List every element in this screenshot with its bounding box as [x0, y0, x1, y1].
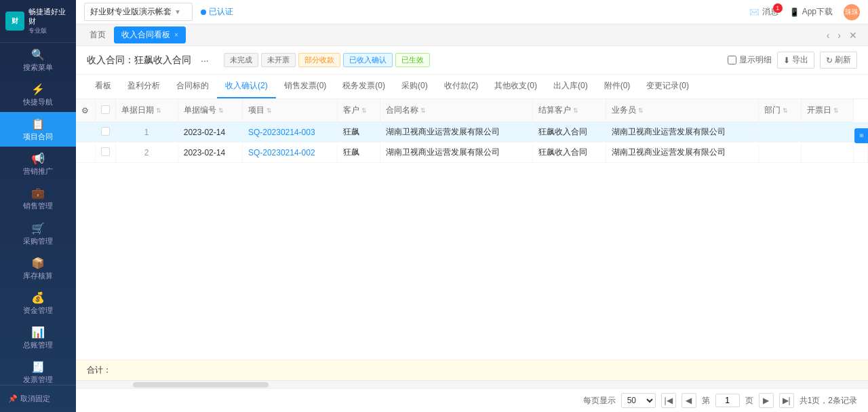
refresh-button[interactable]: ↻ 刷新	[820, 52, 857, 69]
sidebar-item-7[interactable]: 💰资金管理	[0, 286, 76, 320]
app-download-button[interactable]: 📱 App下载	[789, 6, 833, 18]
sidebar-item-9[interactable]: 🧾发票管理	[0, 355, 76, 385]
sort-project-icon[interactable]: ⇅	[267, 107, 272, 114]
settings-icon[interactable]: ⚙	[81, 106, 89, 115]
sidebar-item-6[interactable]: 📦库存核算	[0, 251, 76, 286]
row-customer: 湖南卫视商业运营发展有限公司	[380, 122, 533, 143]
sidebar-item-4[interactable]: 💼销售管理	[0, 181, 76, 216]
tab-prev-button[interactable]: ‹	[824, 29, 833, 42]
sort-number-icon[interactable]: ⇅	[218, 107, 224, 114]
export-button[interactable]: ⬇ 导出	[777, 52, 814, 69]
tab-next-button[interactable]: ›	[835, 29, 844, 42]
sidebar-label-6: 库存核算	[23, 271, 53, 280]
status-btn-3[interactable]: 已收入确认	[343, 53, 393, 67]
page-header: 收入合同：狂飙收入合同 ··· 未完成未开票部分收款已收入确认已生效 显示明细 …	[76, 46, 868, 75]
sort-settle-icon[interactable]: ⇅	[573, 107, 578, 114]
sort-salesman-icon[interactable]: ⇅	[638, 107, 644, 114]
row-invoice-date	[854, 143, 868, 163]
last-page-button[interactable]: ▶|	[779, 393, 794, 408]
sub-tab-0[interactable]: 看板	[87, 75, 119, 98]
status-btn-1[interactable]: 未开票	[261, 53, 296, 67]
sort-date-icon[interactable]: ⇅	[156, 107, 161, 114]
sidebar-label-9: 发票管理	[23, 375, 53, 384]
sidebar-item-3[interactable]: 📢营销推广	[0, 147, 76, 181]
sidebar-icon-8: 📊	[31, 326, 45, 339]
sidebar-item-8[interactable]: 📊总账管理	[0, 320, 76, 355]
prev-page-button[interactable]: ◀	[682, 393, 696, 408]
table-container[interactable]: ⚙ 单据日期 ⇅ 单据编号	[76, 99, 868, 360]
certified-dot	[201, 10, 206, 15]
sub-tab-3[interactable]: 收入确认(2)	[217, 75, 276, 98]
right-float-button[interactable]: ≡	[854, 128, 868, 143]
sidebar-bottom[interactable]: 📌 取消固定	[0, 385, 76, 412]
row-checkbox[interactable]	[95, 143, 115, 163]
sub-tab-6[interactable]: 采购(0)	[393, 75, 436, 98]
unpin-button[interactable]: 📌 取消固定	[5, 391, 71, 407]
sidebar-icon-3: 📢	[31, 152, 45, 165]
sub-tabs: 看板盈利分析合同标的收入确认(2)销售发票(0)税务发票(0)采购(0)收付款(…	[76, 75, 868, 99]
table-row[interactable]: 1 2023-02-14 SQ-20230214-003 狂飙 湖南卫视商业运营…	[76, 122, 868, 143]
tab-contract-board[interactable]: 收入合同看板 ×	[114, 26, 186, 43]
sort-contract-icon[interactable]: ⇅	[420, 107, 426, 114]
status-btn-4[interactable]: 已生效	[395, 53, 430, 67]
page-input[interactable]	[715, 394, 740, 407]
sidebar-icon-4: 💼	[31, 187, 45, 200]
row-project: 狂飙	[338, 122, 380, 143]
horizontal-scrollbar[interactable]	[76, 380, 868, 388]
th-salesman: 业务员 ⇅	[606, 99, 759, 122]
sidebar-label-2: 项目合同	[23, 132, 53, 141]
table-row[interactable]: 2 2023-02-14 SQ-20230214-002 狂飙 湖南卫视商业运营…	[76, 143, 868, 163]
status-btn-0[interactable]: 未完成	[224, 53, 258, 67]
status-buttons: 未完成未开票部分收款已收入确认已生效	[224, 53, 430, 67]
company-selector[interactable]: 好业财专业版演示帐套 ▼	[84, 3, 193, 21]
row-gear	[76, 143, 95, 163]
sort-customer-icon[interactable]: ⇅	[361, 107, 367, 114]
sub-tab-10[interactable]: 附件(0)	[596, 75, 639, 98]
show-detail-input[interactable]	[728, 56, 736, 64]
pagination-total: 共1页，2条记录	[800, 395, 857, 407]
sub-tab-8[interactable]: 其他收支(0)	[486, 75, 545, 98]
sidebar-item-0[interactable]: 🔍搜索菜单	[0, 43, 76, 77]
scroll-thumb[interactable]	[133, 382, 269, 388]
user-avatar[interactable]: 珠珠	[844, 4, 860, 20]
sub-tab-4[interactable]: 销售发票(0)	[276, 75, 335, 98]
sub-tab-5[interactable]: 税务发票(0)	[334, 75, 393, 98]
row-gear	[76, 122, 95, 143]
contract-title: 收入合同：狂飙收入合同	[87, 54, 191, 67]
sidebar: 财 畅捷通好业财 专业版 🔍搜索菜单⚡快捷导航📋项目合同📢营销推广💼销售管理🛒采…	[0, 0, 76, 412]
sub-tab-2[interactable]: 合同标的	[168, 75, 217, 98]
pagination: 每页显示 50 100 |◀ ◀ 第 页 ▶ ▶| 共1页，2条记录	[76, 388, 868, 412]
sub-tab-7[interactable]: 收付款(2)	[436, 75, 487, 98]
message-button[interactable]: ✉️ 消息 1	[749, 6, 778, 18]
chevron-down-icon: ▼	[174, 8, 181, 16]
tab-close-all-button[interactable]: ✕	[846, 29, 860, 42]
sidebar-item-5[interactable]: 🛒采购管理	[0, 217, 76, 251]
tab-close-icon[interactable]: ×	[174, 31, 178, 39]
sidebar-icon-5: 🛒	[31, 222, 45, 235]
th-checkbox	[95, 99, 115, 122]
sidebar-icon-7: 💰	[31, 291, 45, 304]
next-page-button[interactable]: ▶	[759, 393, 774, 408]
first-page-button[interactable]: |◀	[661, 393, 676, 408]
more-button[interactable]: ···	[197, 54, 213, 67]
sub-tab-11[interactable]: 变更记录(0)	[638, 75, 697, 98]
row-checkbox[interactable]	[95, 122, 115, 143]
sidebar-icon-1: ⚡	[31, 83, 45, 96]
sidebar-item-1[interactable]: ⚡快捷导航	[0, 77, 76, 112]
sub-tab-1[interactable]: 盈利分析	[119, 75, 168, 98]
tab-home[interactable]: 首页	[84, 26, 111, 43]
sort-invoice-icon[interactable]: ⇅	[833, 107, 839, 114]
row-number[interactable]: SQ-20230214-002	[242, 143, 337, 163]
th-settings: ⚙	[76, 99, 95, 122]
sidebar-item-2[interactable]: 📋项目合同	[0, 112, 76, 147]
th-customer: 客户 ⇅	[338, 99, 380, 122]
row-number[interactable]: SQ-20230214-003	[242, 122, 337, 143]
select-all-checkbox[interactable]	[101, 105, 110, 114]
sub-tab-9[interactable]: 出入库(0)	[545, 75, 596, 98]
tabbar: 首页 收入合同看板 × ‹ › ✕	[76, 24, 868, 46]
sidebar-logo: 财 畅捷通好业财 专业版	[0, 0, 76, 43]
per-page-select[interactable]: 50 100	[621, 393, 656, 408]
sort-dept-icon[interactable]: ⇅	[783, 107, 788, 114]
status-btn-2[interactable]: 部分收款	[298, 53, 340, 67]
show-detail-checkbox[interactable]: 显示明细	[728, 54, 772, 66]
